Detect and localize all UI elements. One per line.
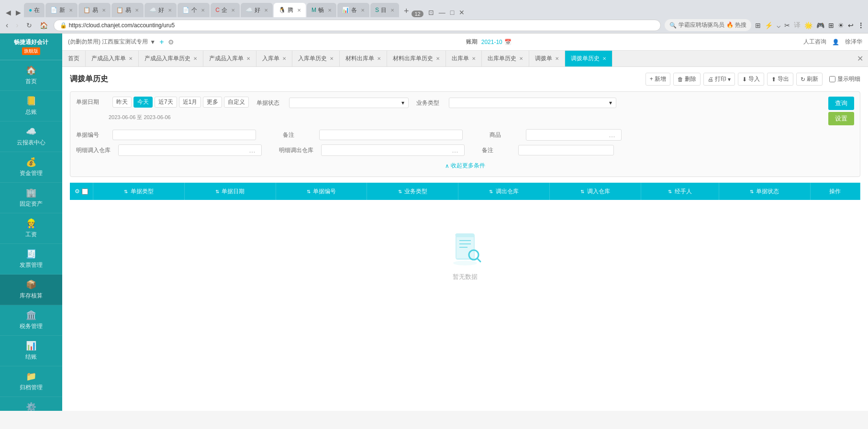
browser-tab-4[interactable]: ☁️ 好 ✕ (145, 3, 177, 17)
date-btn-yesterday[interactable]: 昨天 (112, 97, 132, 108)
page-tab-10[interactable]: 调拨单 ✕ (529, 51, 565, 67)
more-menu-icon[interactable]: ⋮ (857, 22, 864, 29)
star-icon[interactable]: 🌟 (804, 22, 812, 29)
page-tab-7[interactable]: 材料出库单历史 ✕ (387, 51, 446, 67)
customer-service-btn[interactable]: 人工咨询 (803, 38, 826, 46)
page-tab-home[interactable]: 首页 (62, 51, 86, 67)
page-tab-6[interactable]: 材料出库单 ✕ (340, 51, 387, 67)
goods-select[interactable]: … (526, 129, 622, 141)
export-btn[interactable]: ⬆ 导出 (767, 73, 793, 86)
theme-icon[interactable]: ☀ (838, 22, 844, 29)
nav-refresh[interactable]: ↻ (24, 21, 34, 30)
date-btn-7days[interactable]: 近7天 (155, 97, 177, 108)
date-btn-custom[interactable]: 自定义 (224, 97, 249, 108)
calendar-icon[interactable]: 📅 (504, 39, 512, 45)
address-input[interactable]: 🔒 https://cloud.chanjet.com/accounting/u… (54, 20, 661, 31)
page-tab-6-close[interactable]: ✕ (377, 56, 381, 61)
import-btn[interactable]: ⬇ 导入 (738, 73, 764, 86)
browser-tab-7[interactable]: ☁️ 好 ✕ (241, 3, 273, 17)
close-window-button[interactable]: ✕ (457, 8, 467, 17)
tab-close-7[interactable]: ✕ (264, 8, 268, 13)
th-out-warehouse[interactable]: ⇅ 调出仓库 (458, 183, 550, 200)
grid-icon[interactable]: ⊞ (828, 22, 834, 29)
sidebar-item-ledger[interactable]: 📒 总账 (0, 91, 62, 121)
page-tab-7-close[interactable]: ✕ (436, 56, 440, 61)
th-in-warehouse[interactable]: ⇅ 调入仓库 (550, 183, 641, 200)
tab-close-9[interactable]: ✕ (361, 8, 365, 13)
tab-close-8[interactable]: ✕ (328, 8, 332, 13)
th-handler[interactable]: ⇅ 经手人 (641, 183, 719, 200)
browser-tab-active[interactable]: 🐧 腾 ✕ (274, 3, 306, 17)
note2-input[interactable] (518, 145, 614, 155)
settings-btn[interactable]: 设置 (828, 112, 854, 125)
page-tab-11-close[interactable]: ✕ (602, 56, 606, 61)
page-tab-5-close[interactable]: ✕ (330, 56, 334, 61)
print-btn[interactable]: 🖨 打印 ▾ (703, 73, 735, 86)
scissors-icon[interactable]: ✂ (784, 22, 790, 29)
maximize-button[interactable]: □ (448, 8, 456, 17)
tab-close-10[interactable]: ✕ (390, 8, 394, 13)
extensions-button[interactable]: ⊡ (426, 8, 436, 17)
forward-button[interactable]: ▶ (14, 8, 23, 17)
tab-close-active[interactable]: ✕ (297, 8, 301, 13)
sidebar-item-closing[interactable]: 📊 结账 (0, 336, 62, 366)
page-tab-8[interactable]: 出库单 ✕ (446, 51, 482, 67)
page-tab-4-close[interactable]: ✕ (282, 56, 286, 61)
tab-close-1[interactable]: ✕ (69, 8, 73, 13)
extensions-icon[interactable]: ⊞ (755, 22, 761, 29)
collapse-btn[interactable]: ∧ 收起更多条件 (445, 162, 485, 170)
detail-out-more[interactable]: … (450, 146, 460, 154)
menu-expand-icon[interactable]: ⌵ (777, 22, 780, 29)
browser-tab-3[interactable]: 📋 易 ✕ (111, 3, 144, 17)
status-select[interactable]: ▾ (289, 98, 409, 108)
th-bill-type[interactable]: ⇅ 单据类型 (93, 183, 185, 200)
page-tab-3-close[interactable]: ✕ (246, 56, 250, 61)
goods-more-btn[interactable]: … (607, 131, 617, 139)
sidebar-item-home[interactable]: 🏠 首页 (0, 60, 62, 91)
nav-back[interactable]: ‹ (4, 20, 10, 31)
browser-tab-8[interactable]: M 畅 ✕ (307, 3, 336, 17)
sidebar-item-inventory[interactable]: 📦 库存核算 (0, 275, 62, 305)
company-selector[interactable]: (勿删勿禁用) 江西服宝测试专用 ▼ (68, 38, 156, 46)
browser-tab-10[interactable]: S 目 ✕ (370, 3, 399, 17)
page-tab-4[interactable]: 入库单 ✕ (256, 51, 292, 67)
browser-tab-2[interactable]: 📋 易 ✕ (78, 3, 111, 17)
sidebar-item-reports[interactable]: ☁️ 云报表中心 (0, 121, 62, 152)
th-status[interactable]: ⇅ 单据状态 (719, 183, 810, 200)
display-toggle[interactable]: 显示明细 (829, 75, 860, 83)
page-tab-2-close[interactable]: ✕ (193, 56, 197, 61)
select-all-checkbox[interactable] (82, 188, 88, 195)
date-btn-more[interactable]: 更多 (203, 97, 222, 108)
note-input[interactable] (319, 130, 463, 140)
th-gear[interactable]: ⚙ (70, 183, 93, 200)
page-tab-8-close[interactable]: ✕ (472, 56, 476, 61)
detail-in-more[interactable]: … (247, 146, 257, 154)
page-tab-11[interactable]: 调拨单历史 ✕ (565, 51, 612, 67)
page-tab-2[interactable]: 产成品入库单历史 ✕ (139, 51, 203, 67)
page-tab-3[interactable]: 产成品入库单 ✕ (203, 51, 256, 67)
company-settings-icon[interactable]: ⚙ (168, 38, 174, 46)
date-btn-1month[interactable]: 近1月 (179, 97, 201, 108)
page-tab-1[interactable]: 产成品入库单 ✕ (86, 51, 139, 67)
sidebar-item-tax[interactable]: 🏛️ 税务管理 (0, 305, 62, 336)
browser-tab-9[interactable]: 📊 各 ✕ (337, 3, 369, 17)
search-box[interactable]: 🔍 学霸应聘场驱鸟员 🔥 热搜 (665, 19, 751, 31)
back-button[interactable]: ◀ (4, 8, 13, 17)
display-toggle-checkbox[interactable] (829, 76, 835, 82)
page-tab-9[interactable]: 出库单历史 ✕ (482, 51, 529, 67)
gear-icon[interactable]: ⚙ (75, 188, 80, 195)
th-bill-date[interactable]: ⇅ 单据日期 (184, 183, 276, 200)
page-tab-5[interactable]: 入库单历史 ✕ (292, 51, 340, 67)
browser-tab-6[interactable]: C 企 ✕ (211, 3, 240, 17)
refresh-btn[interactable]: ↻ 刷新 (796, 73, 823, 86)
sidebar-item-settings[interactable]: ⚙️ 基础设置 (0, 397, 62, 411)
sidebar-item-assets[interactable]: 🏢 固定资产 (0, 183, 62, 213)
tab-close-6[interactable]: ✕ (231, 8, 235, 13)
new-tab-button[interactable]: + (402, 5, 411, 17)
sidebar-item-archive[interactable]: 📁 归档管理 (0, 366, 62, 397)
minimize-button[interactable]: — (437, 8, 447, 17)
date-btn-today[interactable]: 今天 (134, 97, 153, 108)
detail-in-select[interactable]: … (118, 144, 262, 156)
page-tab-9-close[interactable]: ✕ (519, 56, 523, 61)
sidebar-item-invoice[interactable]: 🧾 发票管理 (0, 244, 62, 275)
